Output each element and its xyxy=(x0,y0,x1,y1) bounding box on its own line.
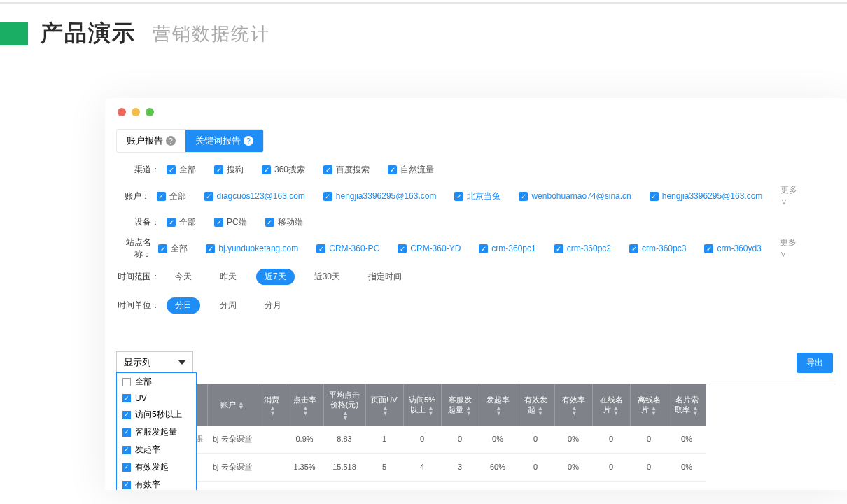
checkbox-option[interactable]: ✓自然流量 xyxy=(388,164,434,176)
option-label: hengjia3396295@163.com xyxy=(662,191,763,201)
table-header-cell[interactable]: 点击率▲▼ xyxy=(286,384,323,426)
table-header-cell[interactable]: 消费▲▼ xyxy=(258,384,286,426)
column-option[interactable]: ✓访问5秒以上 xyxy=(117,406,196,424)
sort-icon[interactable]: ▲▼ xyxy=(342,411,349,420)
checkbox-option[interactable]: ✓bj.yunduoketang.com xyxy=(206,243,298,255)
option-label: 访问5秒以上 xyxy=(135,409,182,421)
sort-icon[interactable]: ▲▼ xyxy=(538,406,544,415)
cell: 0 xyxy=(592,426,630,454)
table-header-cell[interactable]: 客服发起量▲▼ xyxy=(441,384,479,426)
pill-option[interactable]: 指定时间 xyxy=(360,269,410,285)
maximize-icon[interactable] xyxy=(146,108,154,116)
more-link[interactable]: 更多 ∨ xyxy=(780,184,801,208)
table-header-cell[interactable]: 平均点击价格(元)▲▼ xyxy=(323,384,365,426)
sort-icon[interactable]: ▲▼ xyxy=(428,406,434,415)
checkbox-icon: ✓ xyxy=(398,244,407,253)
checkbox-option[interactable]: ✓搜狗 xyxy=(214,164,244,176)
pill-option[interactable]: 昨天 xyxy=(211,269,245,285)
close-icon[interactable] xyxy=(118,108,126,116)
header-label: 页面UV xyxy=(371,396,397,404)
checkbox-option[interactable]: ✓CRM-360-PC xyxy=(316,243,379,255)
cell: 0 xyxy=(517,426,554,454)
pill-option[interactable]: 分周 xyxy=(211,298,245,314)
checkbox-option[interactable]: ✓全部 xyxy=(167,164,196,176)
table-header-cell[interactable]: 页面UV▲▼ xyxy=(365,384,403,426)
filter-label: 设备： xyxy=(116,216,160,228)
table-row: 文bj-云朵课堂0%01100%00%000% xyxy=(116,481,706,490)
checkbox-option[interactable]: ✓wenbohuamao74@sina.cn xyxy=(519,190,631,202)
checkbox-icon: ✓ xyxy=(323,192,332,201)
column-option[interactable]: ✓客服发起量 xyxy=(117,424,196,441)
cell: 1 xyxy=(403,481,441,490)
cell: 0.9% xyxy=(286,426,323,454)
pill-option[interactable]: 今天 xyxy=(167,269,200,285)
table-header-cell[interactable]: 访问5%以上▲▼ xyxy=(403,384,441,426)
checkbox-option[interactable]: ✓crm-360yd3 xyxy=(704,243,761,255)
checkbox-option[interactable]: ✓全部 xyxy=(167,216,196,228)
sort-icon[interactable]: ▲▼ xyxy=(571,406,578,415)
option-label: 客服发起量 xyxy=(135,426,177,438)
checkbox-option[interactable]: ✓PC端 xyxy=(214,216,247,228)
checkbox-option[interactable]: ✓百度搜索 xyxy=(323,164,370,176)
checkbox-option[interactable]: ✓crm-360pc2 xyxy=(554,243,611,255)
more-link[interactable]: 更多 ∨ xyxy=(780,237,801,260)
checkbox-icon: ✓ xyxy=(122,394,131,402)
checkbox-option[interactable]: ✓CRM-360-YD xyxy=(398,243,461,255)
table-header-cell[interactable]: 名片索取率▲▼ xyxy=(668,384,706,426)
column-dropdown-trigger[interactable]: 显示列 xyxy=(116,351,193,374)
checkbox-option[interactable]: ✓移动端 xyxy=(265,216,303,228)
checkbox-option[interactable]: ✓全部 xyxy=(158,243,188,255)
option-label: 全部 xyxy=(179,216,196,228)
help-icon[interactable]: ? xyxy=(244,136,253,146)
sort-icon[interactable]: ▲▼ xyxy=(238,401,244,410)
page-subtitle: 营销数据统计 xyxy=(153,22,270,46)
filter-device: 设备： ✓全部✓PC端✓移动端 xyxy=(116,212,836,232)
data-table: 账户▲▼消费▲▼点击率▲▼平均点击价格(元)▲▼页面UV▲▼访问5%以上▲▼客服… xyxy=(116,384,706,490)
cell-account: bj-云朵课堂 xyxy=(207,453,258,481)
pill-option[interactable]: 近30天 xyxy=(306,269,349,285)
column-option[interactable]: ✓发起率 xyxy=(117,441,196,458)
checkbox-option[interactable]: ✓diagcuos123@163.com xyxy=(204,190,305,202)
table-header-cell[interactable]: 发起率▲▼ xyxy=(479,384,517,426)
table-header-cell[interactable]: 有效率▲▼ xyxy=(554,384,592,426)
pill-option[interactable]: 分月 xyxy=(256,298,290,314)
sort-icon[interactable]: ▲▼ xyxy=(465,406,472,415)
help-icon[interactable]: ? xyxy=(166,136,176,146)
sort-icon[interactable]: ▲▼ xyxy=(302,406,309,415)
column-option[interactable]: ✓有效率 xyxy=(117,476,196,490)
table-header-cell[interactable]: 离线名片▲▼ xyxy=(630,384,668,426)
option-label: crm-360pc1 xyxy=(491,244,536,253)
table-header-cell[interactable]: 有效发起▲▼ xyxy=(517,384,554,426)
table-header-cell[interactable]: 在线名片▲▼ xyxy=(592,384,630,426)
checkbox-option[interactable]: ✓hengjia3396295@163.com xyxy=(650,190,763,202)
minimize-icon[interactable] xyxy=(132,108,140,116)
column-option[interactable]: 全部 xyxy=(117,373,196,391)
option-label: 全部 xyxy=(171,243,188,255)
option-label: 有效率 xyxy=(135,479,160,490)
checkbox-option[interactable]: ✓全部 xyxy=(157,190,186,202)
window-controls xyxy=(105,98,847,126)
checkbox-option[interactable]: ✓crm-360pc1 xyxy=(479,243,536,255)
checkbox-option[interactable]: ✓crm-360pc3 xyxy=(629,243,686,255)
table-row: bj-云朵课堂1.35%15.51854360%00%000% xyxy=(116,453,706,481)
column-option[interactable]: ✓有效发起 xyxy=(117,458,196,476)
checkbox-option[interactable]: ✓北京当兔 xyxy=(454,190,500,202)
checkbox-option[interactable]: ✓360搜索 xyxy=(262,164,305,176)
sort-icon[interactable]: ▲▼ xyxy=(692,406,699,415)
tab-keyword-report[interactable]: 关键词报告 ? xyxy=(186,130,263,152)
sort-icon[interactable]: ▲▼ xyxy=(496,406,502,415)
checkbox-option[interactable]: ✓hengjia3396295@163.com xyxy=(323,190,437,202)
pill-option[interactable]: 分日 xyxy=(167,298,200,314)
option-label: 全部 xyxy=(169,190,186,202)
pill-option[interactable]: 近7天 xyxy=(256,269,295,285)
export-button[interactable]: 导出 xyxy=(797,353,833,373)
sort-icon[interactable]: ▲▼ xyxy=(651,406,657,415)
tab-account-report[interactable]: 账户报告 ? xyxy=(117,130,186,152)
sort-icon[interactable]: ▲▼ xyxy=(382,406,388,415)
column-option[interactable]: ✓UV xyxy=(117,391,196,406)
sort-icon[interactable]: ▲▼ xyxy=(613,406,620,415)
cell: 1 xyxy=(365,481,403,490)
chevron-down-icon: ∨ xyxy=(780,197,788,206)
table-header-cell[interactable]: 账户▲▼ xyxy=(207,384,258,426)
sort-icon[interactable]: ▲▼ xyxy=(270,406,276,415)
